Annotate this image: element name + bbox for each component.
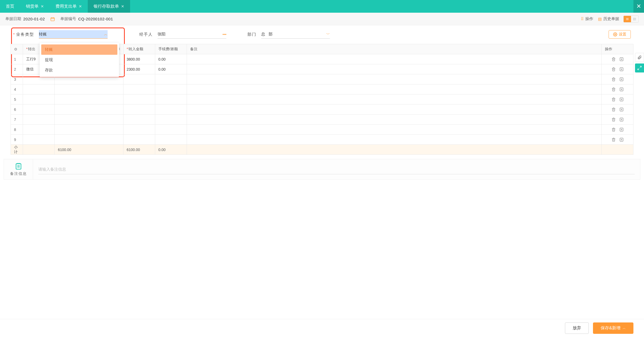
tab-home[interactable]: 首页 (0, 0, 20, 13)
cell-hidden[interactable] (55, 115, 123, 125)
add-row-icon[interactable] (619, 87, 624, 92)
cell-in-amount[interactable]: 3800.00 (123, 54, 155, 64)
cell-fee[interactable] (155, 125, 187, 135)
cell-fee[interactable] (155, 74, 187, 84)
dropdown-option[interactable]: 提现 (41, 55, 117, 65)
cell-fee[interactable] (155, 104, 187, 115)
table-row[interactable]: 5 (11, 94, 633, 104)
add-row-icon[interactable] (619, 77, 624, 81)
history-button[interactable]: ▤历史单据 (598, 16, 619, 21)
cell-remark[interactable] (187, 84, 602, 94)
cell-remark[interactable] (187, 115, 602, 125)
business-type-input[interactable]: 转账 (39, 30, 108, 39)
close-icon[interactable]: ✕ (41, 4, 44, 8)
cell-in-amount[interactable] (123, 115, 155, 125)
expand-pin[interactable] (635, 63, 644, 72)
view-toggle (623, 16, 639, 22)
cell-fee[interactable] (155, 84, 187, 94)
cell-fee[interactable] (155, 135, 187, 145)
cell-in-amount[interactable]: 2300.00 (123, 64, 155, 74)
table-row[interactable]: 9 (11, 135, 633, 145)
cell-out-account[interactable] (23, 94, 55, 104)
table-row[interactable]: 4 (11, 84, 633, 94)
cell-in-amount[interactable] (123, 125, 155, 135)
table-row[interactable]: 7 (11, 115, 633, 125)
cell-remark[interactable] (187, 125, 602, 135)
table-row[interactable]: 6 (11, 104, 633, 115)
settings-button[interactable]: 设置 (609, 30, 631, 39)
table-row[interactable]: 8 (11, 125, 633, 135)
cell-in-amount[interactable] (123, 84, 155, 94)
delete-row-icon[interactable] (611, 117, 616, 122)
cell-hidden[interactable] (55, 94, 123, 104)
cell-hidden[interactable] (55, 125, 123, 135)
notes-input[interactable] (38, 164, 635, 174)
handler-input[interactable]: 张阳 (158, 30, 226, 39)
dropdown-option[interactable]: 转账 (41, 44, 117, 55)
chevron-down-icon[interactable]: ﹀ (326, 32, 330, 37)
tab-bank-transfer[interactable]: 银行存取款单✕ (88, 0, 130, 13)
add-row-icon[interactable] (619, 127, 624, 132)
cell-remark[interactable] (187, 54, 602, 64)
delete-row-icon[interactable] (611, 57, 616, 61)
cell-hidden[interactable] (55, 135, 123, 145)
add-row-icon[interactable] (619, 138, 624, 142)
add-row-icon[interactable] (619, 117, 624, 122)
cell-out-account[interactable] (23, 135, 55, 145)
cell-fee[interactable]: 0.00 (155, 64, 187, 74)
cell-remark[interactable] (187, 64, 602, 74)
number-value: CQ-20200102-001 (78, 17, 113, 21)
cell-remark[interactable] (187, 104, 602, 115)
cell-out-account[interactable] (23, 84, 55, 94)
delete-row-icon[interactable] (611, 87, 616, 92)
add-row-icon[interactable] (619, 107, 624, 112)
more-icon[interactable]: ••• (223, 32, 227, 37)
close-icon[interactable]: ✕ (79, 4, 82, 8)
add-row-icon[interactable] (619, 97, 624, 102)
tab-bar: 首页 销货单✕ 费用支出单✕ 银行存取款单✕ ✕ (0, 0, 644, 13)
calendar-icon[interactable] (50, 17, 55, 21)
tab-sales[interactable]: 销货单✕ (20, 0, 50, 13)
grid-icon: ⠿ (581, 17, 584, 21)
cell-out-account[interactable] (23, 125, 55, 135)
view-form-icon[interactable] (631, 16, 638, 22)
subtotal-in: 6100.00 (123, 145, 155, 155)
close-all-tabs[interactable]: ✕ (633, 0, 644, 13)
tab-expense[interactable]: 费用支出单✕ (50, 0, 88, 13)
attachment-pin[interactable] (635, 53, 644, 62)
department-input[interactable]: 总 部 (261, 30, 330, 39)
delete-row-icon[interactable] (611, 97, 616, 102)
column-gear[interactable]: ⚙ (11, 44, 23, 54)
tab-label: 销货单 (26, 4, 39, 9)
chevron-up-icon[interactable]: ︿ (104, 32, 108, 37)
dropdown-option[interactable]: 存款 (41, 65, 117, 75)
cell-in-amount[interactable] (123, 135, 155, 145)
cell-fee[interactable] (155, 94, 187, 104)
delete-row-icon[interactable] (611, 67, 616, 71)
cell-op (602, 54, 633, 64)
column-fee: 手续费/差额 (155, 44, 187, 54)
delete-row-icon[interactable] (611, 77, 616, 81)
cell-remark[interactable] (187, 135, 602, 145)
cell-out-account[interactable] (23, 115, 55, 125)
add-row-icon[interactable] (619, 57, 624, 61)
date-label: 单据日期 (5, 16, 21, 21)
date-value[interactable]: 2020-01-02 (23, 17, 45, 21)
actions-menu[interactable]: ⠿操作 (581, 16, 593, 21)
cell-in-amount[interactable] (123, 104, 155, 115)
cell-remark[interactable] (187, 94, 602, 104)
close-icon[interactable]: ✕ (121, 4, 124, 8)
cell-in-amount[interactable] (123, 94, 155, 104)
delete-row-icon[interactable] (611, 107, 616, 112)
cell-remark[interactable] (187, 74, 602, 84)
delete-row-icon[interactable] (611, 127, 616, 132)
view-list-icon[interactable] (624, 16, 631, 22)
cell-in-amount[interactable] (123, 74, 155, 84)
cell-hidden[interactable] (55, 104, 123, 115)
cell-fee[interactable]: 0.00 (155, 54, 187, 64)
cell-hidden[interactable] (55, 84, 123, 94)
cell-out-account[interactable] (23, 104, 55, 115)
add-row-icon[interactable] (619, 67, 624, 71)
delete-row-icon[interactable] (611, 138, 616, 142)
cell-fee[interactable] (155, 115, 187, 125)
